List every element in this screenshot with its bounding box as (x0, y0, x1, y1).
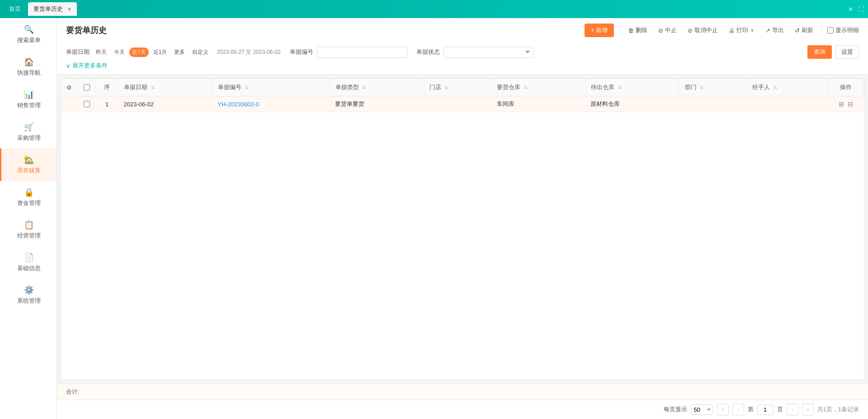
date-btn-today[interactable]: 今天 (111, 48, 127, 57)
new-button[interactable]: + 新增 (585, 24, 614, 37)
sort-icon-wait-warehouse: ⇅ (618, 85, 622, 90)
row-edit-icon[interactable]: ⊟ (848, 100, 853, 108)
cancel-stop-button-label: 取消中止 (694, 26, 718, 34)
filter-group-order-no: 单据编号 (290, 47, 407, 58)
col-dept-label: 部门 (685, 84, 697, 90)
col-action-label: 操作 (840, 84, 852, 90)
status-select[interactable] (443, 47, 534, 58)
page-total: 共1页，1条记录 (817, 405, 859, 414)
col-store[interactable]: 门店 ⇅ (424, 79, 491, 96)
sidebar-item-finance-label: 资金管理 (17, 199, 41, 207)
next-page-btn[interactable]: › (787, 404, 798, 415)
sidebar-item-quick-nav[interactable]: 🏠 快捷导航 (0, 51, 57, 83)
tab-close-icon[interactable]: ✕ (67, 6, 71, 12)
stop-button[interactable]: ⊘ 中止 (656, 24, 679, 36)
col-wait-warehouse[interactable]: 待出仓库 ⇅ (585, 79, 679, 96)
page-number-input[interactable] (757, 405, 774, 415)
sidebar-item-operations[interactable]: 📋 经营管理 (0, 214, 57, 246)
sidebar-item-sales[interactable]: 📊 销售管理 (0, 83, 57, 116)
page-suffix: 页 (777, 405, 783, 414)
window-maximize-icon[interactable]: ⛶ (859, 6, 864, 13)
purchase-icon: 🛒 (24, 122, 34, 132)
date-btn-7days[interactable]: 近7天 (129, 48, 149, 57)
row-no-link[interactable]: YH-20230602-0 (217, 101, 259, 108)
sidebar: 🔍 搜索菜单 🏠 快捷导航 📊 销售管理 🛒 采购管理 🏡 库存核算 🔒 资金管… (0, 18, 57, 419)
sidebar-item-purchase[interactable]: 🛒 采购管理 (0, 116, 57, 148)
row-action-icons: ⊞ ⊟ (833, 100, 859, 108)
sort-icon-type: ⇅ (362, 85, 366, 90)
sidebar-item-finance[interactable]: 🔒 资金管理 (0, 181, 57, 214)
sidebar-item-base-info[interactable]: 📄 基础信息 (0, 246, 57, 279)
window-close-icon[interactable]: ✕ (848, 6, 853, 13)
row-no-cell: YH-20230602-0 (212, 96, 330, 112)
row-num: 1 (105, 101, 108, 108)
sidebar-item-purchase-label: 采购管理 (17, 134, 41, 142)
date-btn-yesterday[interactable]: 昨天 (93, 48, 109, 57)
delete-button-label: 删除 (636, 26, 647, 34)
row-req-warehouse-cell: 车间库 (491, 96, 585, 112)
show-detail-checkbox[interactable] (827, 27, 834, 33)
col-type[interactable]: 单据类型 ⇅ (330, 79, 424, 96)
row-date-cell: 2023-06-02 (118, 96, 212, 112)
sidebar-item-inventory[interactable]: 🏡 库存核算 (0, 148, 57, 181)
refresh-icon: ↺ (795, 27, 800, 34)
query-button-label: 查询 (814, 48, 826, 56)
col-dept[interactable]: 部门 ⇅ (679, 79, 747, 96)
date-btn-1month[interactable]: 近1月 (151, 48, 170, 57)
col-req-warehouse[interactable]: 要货仓库 ⇅ (491, 79, 585, 96)
row-dept-cell (679, 96, 747, 112)
main-layout: 🔍 搜索菜单 🏠 快捷导航 📊 销售管理 🛒 采购管理 🏡 库存核算 🔒 资金管… (0, 18, 868, 419)
delete-button[interactable]: 🗑 删除 (625, 24, 650, 36)
date-btn-more[interactable]: 更多 (171, 48, 188, 57)
row-wait-warehouse: 原材料仓库 (590, 100, 620, 107)
base-info-icon: 📄 (24, 252, 34, 262)
sort-icon-dept: ⇅ (700, 85, 703, 90)
export-icon: ↗ (765, 27, 770, 34)
sort-icon-store: ⇅ (444, 85, 448, 90)
date-range-display: 2023-05-27 至 2023-06-02 (217, 48, 280, 56)
tab-order-history[interactable]: 要货单历史 ✕ (28, 2, 77, 16)
new-button-label: + 新增 (591, 26, 608, 34)
sidebar-item-system[interactable]: ⚙️ 系统管理 (0, 279, 57, 311)
delete-icon: 🗑 (628, 27, 634, 34)
toolbar-sep-2 (821, 26, 822, 35)
page-title: 要货单历史 (66, 25, 107, 36)
col-store-label: 门店 (429, 84, 441, 90)
sort-icon-no: ⇅ (245, 85, 248, 90)
settings-button[interactable]: 设置 (835, 45, 859, 59)
export-button[interactable]: ↗ 导出 (763, 24, 787, 36)
show-detail-toggle[interactable]: 显示明细 (827, 26, 859, 34)
order-no-input[interactable] (317, 47, 407, 58)
cancel-stop-button[interactable]: ⊘ 取消中止 (685, 24, 721, 36)
query-button[interactable]: 查询 (807, 45, 832, 59)
col-settings[interactable]: ⚙ (61, 79, 78, 96)
col-handler[interactable]: 经手人 ⇅ (747, 79, 828, 96)
finance-icon: 🔒 (24, 187, 34, 197)
last-page-btn[interactable]: » (802, 404, 814, 415)
col-date[interactable]: 单据日期 ⇅ (118, 79, 212, 96)
row-type: 要货单要货 (335, 100, 364, 107)
select-all-checkbox[interactable] (84, 84, 90, 90)
cancel-stop-icon: ⊘ (688, 27, 693, 34)
table-row: 1 2023-06-02 YH-20230602-0 要货单要货 (61, 96, 864, 112)
row-view-icon[interactable]: ⊞ (839, 100, 844, 108)
sidebar-item-search[interactable]: 🔍 搜索菜单 (0, 18, 57, 51)
prev-page-btn[interactable]: ‹ (732, 404, 744, 415)
print-button[interactable]: 🖨 打印 ▼ (726, 24, 757, 36)
col-req-warehouse-label: 要货仓库 (497, 84, 520, 90)
sidebar-item-base-info-label: 基础信息 (17, 264, 41, 272)
expand-more-btn[interactable]: ∨ 展开更多条件 (66, 62, 859, 70)
sidebar-item-quick-nav-label: 快捷导航 (17, 69, 41, 77)
page-size-select[interactable]: 50 20 100 (691, 405, 713, 415)
search-icon: 🔍 (24, 24, 34, 34)
row-checkbox[interactable] (84, 101, 90, 107)
tab-home[interactable]: 首页 (4, 2, 26, 16)
row-wait-warehouse-cell: 原材料仓库 (585, 96, 679, 112)
top-bar-right: ✕ ⛶ (848, 6, 864, 13)
col-no[interactable]: 单据编号 ⇅ (212, 79, 330, 96)
date-btn-custom[interactable]: 自定义 (189, 48, 211, 57)
print-button-label: 打印 (736, 26, 748, 34)
page-title-row: 要货单历史 + 新增 🗑 删除 ⊘ 中止 ⊘ (66, 24, 859, 42)
refresh-button[interactable]: ↺ 刷新 (792, 24, 816, 36)
first-page-btn[interactable]: « (717, 404, 729, 415)
